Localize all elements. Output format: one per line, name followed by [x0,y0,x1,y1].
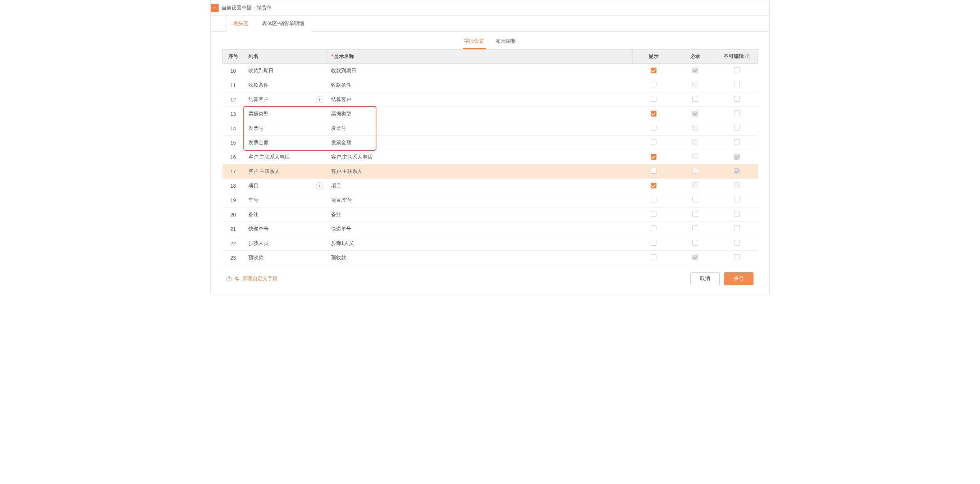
show-checkbox[interactable] [651,197,657,202]
table-body: 10 收款到期日 收款到期日 11 收款条件 收款条件 12 结算客户+ 结算客… [223,64,758,265]
table-row: 20 备注 备注 [223,207,758,222]
page-container: 当前设置单据：销货单 表头区表体区-销货单明细 字段设置布局调整 序号 列名 *… [210,0,770,294]
cell-readonly [716,222,758,236]
cell-seq: 16 [223,150,244,164]
col-show-header: 显示 [633,49,675,64]
required-checkbox[interactable] [692,96,698,102]
cell-required [675,121,716,135]
readonly-checkbox [734,154,740,160]
cell-seq: 13 [223,107,244,121]
show-checkbox[interactable] [651,154,657,160]
sub-tab-1[interactable]: 布局调整 [494,36,517,49]
cell-readonly [716,150,758,164]
cell-show [633,179,675,193]
readonly-checkbox[interactable] [734,226,740,231]
show-checkbox[interactable] [651,82,657,88]
cell-show [633,135,675,150]
readonly-checkbox[interactable] [734,125,740,131]
cell-readonly [716,92,758,107]
manage-custom-fields-link[interactable]: 管理自定义字段 [242,275,278,282]
cancel-button[interactable]: 取消 [690,272,720,285]
readonly-checkbox[interactable] [734,96,740,102]
help-icon[interactable]: ? [226,276,232,281]
cell-display-name[interactable]: 步骤1人员 [327,236,633,251]
cell-required [675,236,716,251]
readonly-checkbox[interactable] [734,139,740,145]
tab-1[interactable]: 表体区-销货单明细 [255,16,311,32]
show-checkbox[interactable] [651,96,657,102]
cell-display-name[interactable]: 收款条件 [327,78,633,92]
cell-display-name[interactable]: 收款到期日 [327,64,633,78]
table-container: 序号 列名 *显示名称 显示 必录 不可编辑? 10 收款到期日 收款到期日 1… [211,49,769,294]
required-checkbox [692,154,698,159]
cell-display-name[interactable]: 客户.主联系人电话 [327,150,633,164]
header: 当前设置单据：销货单 [211,0,769,16]
show-checkbox[interactable] [651,168,657,174]
tab-0[interactable]: 表头区 [226,16,255,32]
readonly-checkbox[interactable] [734,197,740,202]
cell-show [633,251,675,265]
show-checkbox[interactable] [651,211,657,217]
table-row: 17 客户.主联系人 客户.主联系人 [223,164,758,179]
table-row: 10 收款到期日 收款到期日 [223,64,758,78]
cell-show [633,92,675,107]
footer-right: 取消 保存 [690,272,758,285]
cell-display-name[interactable]: 项目.车号 [327,193,633,207]
cell-required [675,78,716,92]
cell-show [633,150,675,164]
cell-name: 发票金额 [244,135,327,150]
required-checkbox[interactable] [692,197,698,202]
cell-readonly [716,64,758,78]
show-checkbox[interactable] [651,68,657,73]
cell-display-name[interactable]: 票据类型 [327,107,633,121]
cell-display-name[interactable]: 客户.主联系人 [327,164,633,179]
cell-readonly [716,179,758,193]
cell-name: 项目+ [244,179,327,193]
readonly-checkbox[interactable] [734,254,740,260]
required-checkbox[interactable] [692,240,698,245]
add-sub-field-button[interactable]: + [316,96,323,103]
cell-display-name[interactable]: 发票金额 [327,135,633,150]
readonly-checkbox[interactable] [734,110,740,116]
cell-display-name[interactable]: 项目 [327,179,633,193]
sub-tab-0[interactable]: 字段设置 [463,36,486,49]
add-sub-field-button[interactable]: + [316,182,323,189]
table-row: 14 发票号 发票号 [223,121,758,135]
show-checkbox[interactable] [651,125,657,131]
table-row: 22 步骤人员 步骤1人员 [223,236,758,251]
cell-seq: 23 [223,251,244,265]
col-display-header: *显示名称 [327,49,633,64]
cell-display-name[interactable]: 结算客户 [327,92,633,107]
save-button[interactable]: 保存 [724,272,754,285]
cell-required [675,150,716,164]
cell-display-name[interactable]: 预收款 [327,251,633,265]
show-checkbox[interactable] [651,240,657,245]
show-checkbox[interactable] [651,111,657,116]
table-row: 16 客户.主联系人电话 客户.主联系人电话 [223,150,758,164]
table-row: 18 项目+ 项目 [223,179,758,193]
cell-display-name[interactable]: 快递单号 [327,222,633,236]
expand-panel-button[interactable] [211,4,219,12]
cell-name: 收款到期日 [244,64,327,78]
cell-seq: 18 [223,179,244,193]
show-checkbox[interactable] [651,183,657,188]
help-icon[interactable]: ? [745,54,750,59]
required-checkbox [692,255,698,260]
cell-readonly [716,164,758,179]
table-header-row: 序号 列名 *显示名称 显示 必录 不可编辑? [223,49,758,64]
cell-required [675,222,716,236]
cell-display-name[interactable]: 发票号 [327,121,633,135]
cell-display-name[interactable]: 备注 [327,207,633,222]
required-checkbox[interactable] [692,211,698,217]
cell-seq: 10 [223,64,244,78]
readonly-checkbox[interactable] [734,82,740,88]
show-checkbox[interactable] [651,226,657,231]
header-title: 当前设置单据：销货单 [221,5,272,11]
required-checkbox[interactable] [692,226,698,231]
show-checkbox[interactable] [651,139,657,145]
show-checkbox[interactable] [651,254,657,260]
readonly-checkbox[interactable] [734,67,740,73]
table-row: 12 结算客户+ 结算客户 [223,92,758,107]
readonly-checkbox[interactable] [734,240,740,245]
readonly-checkbox[interactable] [734,211,740,217]
